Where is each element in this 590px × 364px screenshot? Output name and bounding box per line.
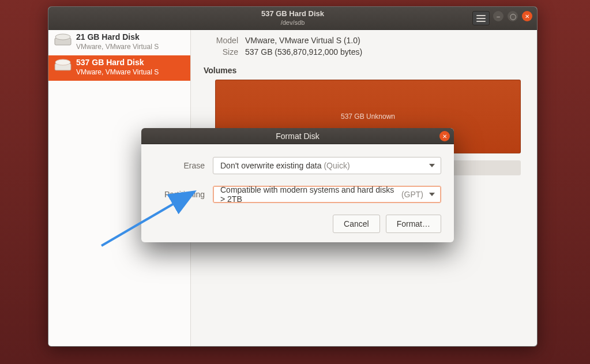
model-label: Model xyxy=(204,36,238,45)
sidebar-item-sub: VMware, VMware Virtual S xyxy=(76,43,159,51)
menu-button[interactable] xyxy=(472,11,490,25)
sidebar-item-title: 537 GB Hard Disk xyxy=(76,58,159,67)
format-disk-dialog: Format Disk ✕ Erase Don't overwrite exis… xyxy=(141,128,454,242)
dialog-titlebar: Format Disk ✕ xyxy=(141,128,454,144)
format-button[interactable]: Format… xyxy=(386,215,441,233)
partitioning-label: Partitioning xyxy=(154,190,205,199)
size-value: 537 GB (536,870,912,000 bytes) xyxy=(245,47,524,57)
minimize-button[interactable]: – xyxy=(493,11,503,21)
partitioning-hint: (GPT) xyxy=(401,190,423,199)
erase-label: Erase xyxy=(154,161,205,170)
window-title: 537 GB Hard Disk xyxy=(261,10,324,18)
svg-point-3 xyxy=(55,59,70,65)
partitioning-value: Compatible with modern systems and hard … xyxy=(220,185,399,204)
volumes-heading: Volumes xyxy=(204,66,524,75)
partitioning-combobox[interactable]: Compatible with modern systems and hard … xyxy=(213,186,441,203)
sidebar-item-disk-1[interactable]: 21 GB Hard Disk VMware, VMware Virtual S xyxy=(48,30,190,55)
sidebar-item-disk-2[interactable]: 537 GB Hard Disk VMware, VMware Virtual … xyxy=(48,55,190,81)
dialog-close-button[interactable]: ✕ xyxy=(439,131,450,141)
erase-value: Don't overwrite existing data xyxy=(220,161,321,170)
chevron-down-icon xyxy=(429,193,435,196)
dialog-title: Format Disk xyxy=(276,132,319,141)
erase-hint: (Quick) xyxy=(324,161,350,170)
window-subtitle: /dev/sdb xyxy=(281,19,305,27)
size-label: Size xyxy=(204,47,238,57)
hard-disk-icon xyxy=(54,59,72,72)
svg-point-1 xyxy=(55,34,70,40)
maximize-button[interactable]: ◯ xyxy=(508,11,518,21)
model-value: VMware, VMware Virtual S (1.0) xyxy=(245,36,524,45)
erase-combobox[interactable]: Don't overwrite existing data (Quick) xyxy=(213,157,441,174)
volume-label: 537 GB Unknown xyxy=(341,112,395,121)
close-button[interactable]: ✕ xyxy=(522,11,532,21)
window-titlebar: 537 GB Hard Disk /dev/sdb – ◯ ✕ xyxy=(48,7,537,30)
sidebar-item-title: 21 GB Hard Disk xyxy=(76,32,159,42)
cancel-button[interactable]: Cancel xyxy=(333,215,380,233)
hard-disk-icon xyxy=(54,33,72,46)
chevron-down-icon xyxy=(429,164,435,167)
sidebar-item-sub: VMware, VMware Virtual S xyxy=(76,68,159,76)
